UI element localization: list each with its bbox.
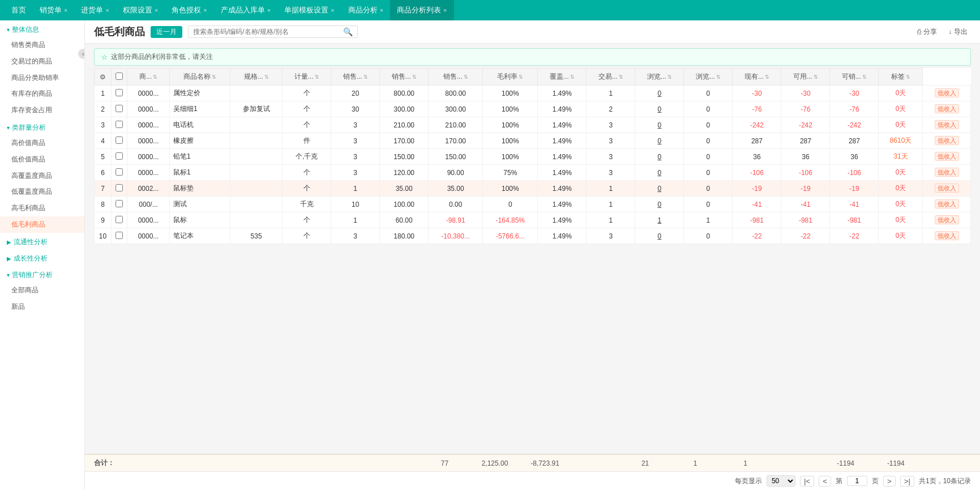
row-checkbox[interactable] (112, 117, 127, 133)
page-next-btn[interactable]: > (883, 476, 896, 487)
sidebar-item-low-value[interactable]: 低价值商品 (0, 151, 84, 168)
nav-roles-close[interactable]: × (203, 7, 207, 14)
row-checkbox[interactable] (112, 197, 127, 212)
sidebar-item-new-goods[interactable]: 新品 (0, 299, 84, 315)
sidebar-section-flow[interactable]: ▶流通性分析 (0, 233, 84, 249)
col-sales-qty[interactable]: 销售...⇅ (331, 69, 380, 86)
col-spec[interactable]: 规格...⇅ (230, 69, 283, 86)
sidebar-item-low-coverage[interactable]: 低覆盖度商品 (0, 184, 84, 200)
sidebar-section-growth[interactable]: ▶成长性分析 (0, 249, 84, 266)
row-checkbox[interactable] (112, 165, 127, 181)
row-checkbox[interactable] (112, 101, 127, 117)
sidebar-section-overview[interactable]: ▾整体信息 (0, 20, 84, 37)
row-transactions[interactable]: 0 (635, 133, 684, 149)
row-select-checkbox[interactable] (115, 168, 123, 176)
col-available[interactable]: 可用...⇅ (781, 69, 830, 86)
col-settings[interactable]: ⚙ (95, 69, 112, 86)
export-button[interactable]: ↓ 导出 (945, 26, 971, 38)
sidebar-item-high-value[interactable]: 高价值商品 (0, 135, 84, 151)
page-first-btn[interactable]: |< (800, 476, 814, 487)
row-transactions[interactable]: 0 (635, 165, 684, 181)
row-transactions[interactable]: 0 (635, 181, 684, 197)
col-name[interactable]: 商品名称⇅ (169, 69, 230, 86)
sidebar-item-high-margin[interactable]: 高毛利商品 (0, 200, 84, 216)
row-transactions[interactable]: 0 (635, 101, 684, 117)
nav-sales[interactable]: 销货单 × (33, 0, 74, 20)
settings-icon[interactable]: ⚙ (100, 73, 106, 81)
share-button[interactable]: ⎙ 分享 (914, 26, 940, 38)
nav-templates[interactable]: 单据模板设置 × (277, 0, 341, 20)
select-all-checkbox[interactable] (115, 73, 123, 80)
nav-analysis[interactable]: 商品分析 × (341, 0, 390, 20)
page-prev-btn[interactable]: < (819, 476, 831, 487)
row-days: 0天 (879, 165, 923, 181)
col-select-all[interactable] (112, 69, 127, 86)
sidebar-item-low-margin[interactable]: 低毛利商品 (0, 216, 84, 233)
col-tag[interactable]: 标签⇅ (879, 69, 923, 86)
row-checkbox[interactable] (112, 86, 127, 101)
col-stock[interactable]: 现有...⇅ (733, 69, 781, 86)
page-last-btn[interactable]: >| (900, 476, 914, 487)
nav-analysis-list-close[interactable]: × (443, 7, 447, 14)
sidebar-item-in-stock[interactable]: 有库存的商品 (0, 86, 84, 102)
row-code: 0000... (127, 133, 170, 149)
col-code[interactable]: 商...⇅ (127, 69, 170, 86)
row-transactions[interactable]: 1 (635, 212, 684, 228)
per-page-select[interactable]: 50 100 200 (767, 475, 795, 487)
col-browse2[interactable]: 浏览...⇅ (684, 69, 733, 86)
page-number-input[interactable] (847, 476, 867, 486)
row-transactions[interactable]: 0 (635, 149, 684, 165)
row-select-checkbox[interactable] (115, 200, 123, 207)
search-input[interactable] (193, 28, 343, 36)
row-select-checkbox[interactable] (115, 137, 123, 144)
sidebar-item-category-rate[interactable]: 商品分类助销率 (0, 70, 84, 86)
nav-permissions-close[interactable]: × (155, 7, 158, 14)
col-unit[interactable]: 计量...⇅ (283, 69, 331, 86)
sidebar-section-marketing[interactable]: ▾营销推广分析 (0, 266, 84, 282)
row-transactions[interactable]: 0 (635, 197, 684, 212)
nav-analysis-list[interactable]: 商品分析列表 × (390, 0, 453, 20)
nav-templates-close[interactable]: × (331, 7, 334, 14)
row-checkbox[interactable] (112, 133, 127, 149)
row-transactions[interactable]: 0 (635, 86, 684, 101)
row-select-checkbox[interactable] (115, 105, 123, 112)
row-select-checkbox[interactable] (115, 152, 123, 160)
sidebar-section-cluster[interactable]: ▾类群量分析 (0, 118, 84, 135)
nav-products[interactable]: 产成品入库单 × (214, 0, 277, 20)
nav-sales-close[interactable]: × (64, 7, 67, 14)
row-checkbox[interactable] (112, 212, 127, 228)
nav-purchase-close[interactable]: × (105, 7, 109, 14)
sidebar-item-all-goods[interactable]: 全部商品 (0, 282, 84, 299)
nav-home[interactable]: 首页 (5, 0, 33, 20)
col-saleable[interactable]: 可销...⇅ (830, 69, 879, 86)
row-select-checkbox[interactable] (115, 89, 123, 96)
nav-analysis-close[interactable]: × (380, 7, 383, 14)
nav-roles[interactable]: 角色授权 × (165, 0, 213, 20)
row-checkbox[interactable] (112, 181, 127, 197)
sidebar-item-traded-goods[interactable]: 交易过的商品 (0, 53, 84, 70)
col-margin[interactable]: 毛利率⇅ (483, 69, 538, 86)
row-select-checkbox[interactable] (115, 232, 123, 239)
row-checkbox[interactable] (112, 149, 127, 165)
col-coverage[interactable]: 覆盖...⇅ (538, 69, 587, 86)
row-transactions[interactable]: 0 (635, 117, 684, 133)
row-checkbox[interactable] (112, 228, 127, 244)
col-transactions[interactable]: 交易...⇅ (587, 69, 635, 86)
sidebar-item-sales-goods[interactable]: 销售类商品 (0, 37, 84, 53)
sidebar-collapse-btn[interactable]: « (78, 49, 85, 59)
row-transactions[interactable]: 0 (635, 228, 684, 244)
row-select-checkbox[interactable] (115, 216, 123, 223)
nav-purchase[interactable]: 进货单 × (74, 0, 115, 20)
search-icon[interactable]: 🔍 (343, 27, 353, 36)
col-sales-amt2[interactable]: 销售...⇅ (429, 69, 483, 86)
nav-products-close[interactable]: × (267, 7, 271, 14)
col-sales-amt[interactable]: 销售...⇅ (380, 69, 429, 86)
row-days: 8610天 (879, 133, 923, 149)
sidebar-item-capital[interactable]: 库存资金占用 (0, 102, 84, 118)
row-select-checkbox[interactable] (115, 121, 123, 128)
row-select-checkbox[interactable] (115, 184, 123, 191)
nav-permissions[interactable]: 权限设置 × (116, 0, 165, 20)
date-filter-button[interactable]: 近一月 (151, 26, 182, 38)
sidebar-item-high-coverage[interactable]: 高覆盖度商品 (0, 168, 84, 184)
col-browse1[interactable]: 浏览...⇅ (635, 69, 684, 86)
